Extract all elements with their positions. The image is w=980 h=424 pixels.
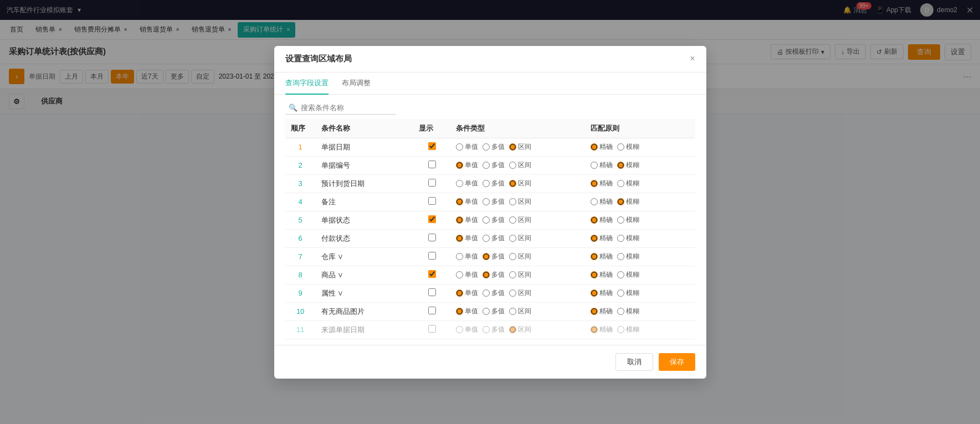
modal-tab-query-fields[interactable]: 查询字段设置 xyxy=(285,73,329,95)
modal-search-area: 🔍 xyxy=(274,95,706,115)
modal-tab-layout[interactable]: 布局调整 xyxy=(342,73,371,95)
modal-title: 设置查询区域布局 xyxy=(285,54,352,64)
search-input[interactable] xyxy=(301,104,389,112)
modal-close-button[interactable]: × xyxy=(690,54,695,64)
settings-modal: 设置查询区域布局 × 查询字段设置 布局调整 🔍 顺序 xyxy=(274,46,706,115)
modal-overlay: 设置查询区域布局 × 查询字段设置 布局调整 🔍 顺序 xyxy=(0,0,980,114)
modal-tab-query-label: 查询字段设置 xyxy=(285,79,329,87)
search-input-wrap[interactable]: 🔍 xyxy=(285,101,396,115)
modal-tabs: 查询字段设置 布局调整 xyxy=(274,73,706,95)
search-icon: 🔍 xyxy=(289,104,297,112)
modal-header: 设置查询区域布局 × xyxy=(274,46,706,73)
modal-tab-layout-label: 布局调整 xyxy=(342,79,371,87)
